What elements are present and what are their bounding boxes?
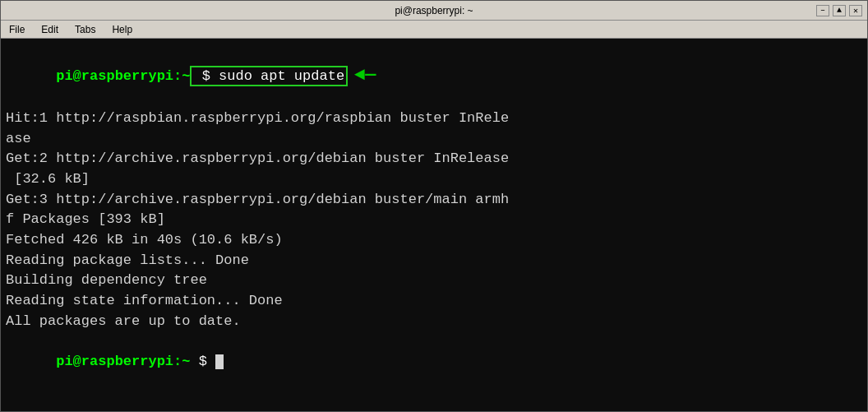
output-line-7: Fetched 426 kB in 40s (10.6 kB/s) — [6, 230, 862, 251]
output-line-2: ase — [6, 129, 862, 150]
output-line-3: Get:2 http://archive.raspberrypi.org/deb… — [6, 149, 862, 169]
command-line: pi@raspberrypi:~ $ sudo apt update◄— — [6, 42, 862, 109]
output-line-8: Reading package lists... Done — [6, 251, 862, 271]
terminal-window: pi@raspberrypi: ~ – ▲ ✕ File Edit Tabs H… — [0, 0, 868, 412]
cursor — [215, 354, 224, 369]
final-command: $ — [190, 354, 215, 369]
window-title: pi@raspberrypi: ~ — [395, 5, 473, 16]
menu-edit[interactable]: Edit — [36, 22, 63, 37]
menu-tabs[interactable]: Tabs — [70, 22, 100, 37]
menu-file[interactable]: File — [4, 22, 30, 37]
output-line-4: [32.6 kB] — [6, 169, 862, 190]
maximize-button[interactable]: ▲ — [833, 5, 846, 16]
menu-help[interactable]: Help — [107, 22, 137, 37]
title-bar: pi@raspberrypi: ~ – ▲ ✕ — [1, 1, 867, 21]
window-controls: – ▲ ✕ — [816, 5, 862, 16]
menu-bar: File Edit Tabs Help — [1, 21, 867, 39]
output-line-10: Reading state information... Done — [6, 291, 862, 312]
prompt: pi@raspberrypi:~ — [56, 68, 190, 84]
output-line-1: Hit:1 http://raspbian.raspberrypi.org/ra… — [6, 109, 862, 129]
minimize-button[interactable]: – — [816, 5, 829, 16]
output-line-6: f Packages [393 kB] — [6, 210, 862, 230]
output-line-9: Building dependency tree — [6, 271, 862, 291]
output-line-5: Get:3 http://archive.raspberrypi.org/deb… — [6, 190, 862, 211]
command-highlight-box: $ sudo apt update — [190, 66, 348, 86]
close-button[interactable]: ✕ — [849, 5, 862, 16]
final-prompt: pi@raspberrypi:~ — [56, 354, 190, 369]
terminal-body[interactable]: pi@raspberrypi:~ $ sudo apt update◄— Hit… — [1, 39, 867, 411]
output-line-11: All packages are up to date. — [6, 312, 862, 332]
final-prompt-line: pi@raspberrypi:~ $ — [6, 331, 862, 392]
